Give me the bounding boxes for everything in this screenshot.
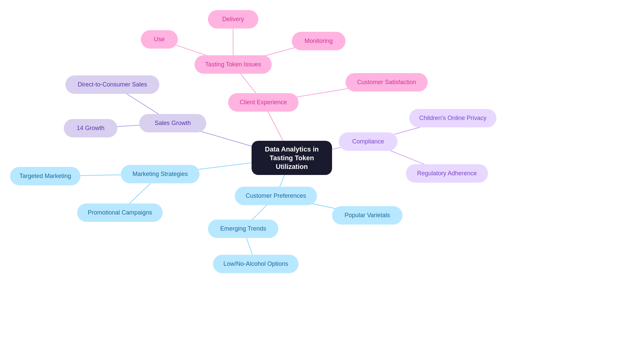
customer-satisfaction-node: Customer Satisfaction xyxy=(345,73,428,92)
connections-svg xyxy=(0,0,644,363)
monitoring-node: Monitoring xyxy=(292,32,345,50)
emerging-trends-node: Emerging Trends xyxy=(208,220,278,238)
use-node: Use xyxy=(141,30,178,49)
client-experience-node: Client Experience xyxy=(228,93,299,112)
direct-to-consumer-node: Direct-to-Consumer Sales xyxy=(65,75,159,94)
tasting-token-issues-node: Tasting Token Issues xyxy=(195,55,272,74)
14-growth-node: 14 Growth xyxy=(64,119,117,137)
low-no-alcohol-node: Low/No-Alcohol Options xyxy=(213,255,299,273)
customer-preferences-node: Customer Preferences xyxy=(235,187,317,205)
sales-growth-node: Sales Growth xyxy=(139,114,206,132)
popular-varietals-node: Popular Varietals xyxy=(332,206,402,225)
mindmap-container: Data Analytics in Tasting Token Utilizat… xyxy=(0,0,644,363)
delivery-node: Delivery xyxy=(208,10,258,28)
targeted-marketing-node: Targeted Marketing xyxy=(10,167,80,185)
marketing-strategies-node: Marketing Strategies xyxy=(121,165,200,183)
center-node: Data Analytics in Tasting Token Utilizat… xyxy=(252,141,332,175)
regulatory-adherence-node: Regulatory Adherence xyxy=(406,164,488,183)
promotional-campaigns-node: Promotional Campaigns xyxy=(77,203,163,222)
childrens-online-privacy-node: Children's Online Privacy xyxy=(409,109,496,127)
compliance-node: Compliance xyxy=(339,132,397,151)
